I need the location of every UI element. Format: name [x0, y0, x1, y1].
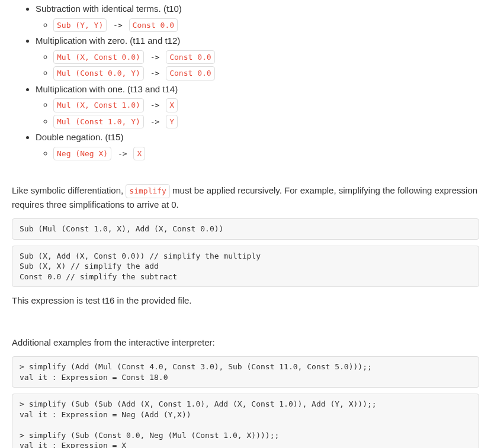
transform-rhs: Y	[166, 115, 178, 129]
transform-lhs: Sub (Y, Y)	[53, 18, 107, 33]
rule-title: Subtraction with identical terms. (t10)	[36, 4, 182, 14]
rule-title: Double negation. (t15)	[36, 132, 123, 142]
transform-item: Mul (X, Const 1.0) -> X	[53, 98, 479, 112]
transform-item: Mul (X, Const 0.0) -> Const 0.0	[53, 50, 479, 65]
rule-item: Double negation. (t15)Neg (Neg X) -> X	[36, 131, 479, 160]
transform-lhs: Neg (Neg X)	[53, 147, 111, 161]
transform-item: Mul (Const 1.0, Y) -> Y	[53, 115, 479, 129]
transform-item: Neg (Neg X) -> X	[53, 147, 479, 161]
rule-item: Multiplication with one. (t13 and t14)Mu…	[36, 83, 479, 129]
paragraph-additional-examples: Additional examples from the interactive…	[12, 336, 479, 350]
transform-rhs: Const 0.0	[166, 66, 214, 80]
rule-transforms: Neg (Neg X) -> X	[36, 147, 479, 161]
arrow: ->	[113, 149, 131, 158]
transform-item: Mul (Const 0.0, Y) -> Const 0.0	[53, 66, 479, 80]
arrow: ->	[146, 101, 164, 109]
transform-lhs: Mul (Const 1.0, Y)	[53, 115, 144, 129]
paragraph-t16: This expression is test t16 in the provi…	[12, 294, 479, 308]
rule-transforms: Mul (X, Const 0.0) -> Const 0.0Mul (Cons…	[36, 50, 479, 80]
arrow: ->	[108, 21, 127, 30]
transform-lhs: Mul (X, Const 0.0)	[53, 50, 144, 65]
arrow: ->	[146, 117, 164, 126]
rules-list: Subtraction with identical terms. (t10)S…	[12, 2, 479, 160]
rule-title: Multiplication with one. (t13 and t14)	[36, 84, 178, 94]
rule-title: Multiplication with zero. (t11 and t12)	[36, 36, 180, 46]
transform-rhs: X	[166, 98, 178, 112]
transform-lhs: Mul (Const 0.0, Y)	[53, 66, 144, 80]
arrow: ->	[146, 69, 164, 78]
arrow: ->	[146, 53, 164, 62]
rule-item: Subtraction with identical terms. (t10)S…	[36, 2, 479, 32]
code-block-example-1: > simplify (Add (Mul (Const 4.0, Const 3…	[12, 356, 479, 388]
code-block-expression: Sub (Mul (Const 1.0, X), Add (X, Const 0…	[12, 218, 479, 240]
transform-rhs: Const 0.0	[166, 50, 214, 65]
rule-item: Multiplication with zero. (t11 and t12)M…	[36, 34, 479, 80]
text-before-code: Like symbolic differentiation,	[12, 185, 126, 195]
transform-item: Sub (Y, Y) -> Const 0.0	[53, 18, 479, 33]
transform-rhs: X	[133, 147, 145, 161]
rule-transforms: Mul (X, Const 1.0) -> XMul (Const 1.0, Y…	[36, 98, 479, 128]
transform-lhs: Mul (X, Const 1.0)	[53, 98, 144, 112]
code-block-example-2: > simplify (Sub (Sub (Add (X, Const 1.0)…	[12, 394, 479, 448]
code-block-steps: Sub (X, Add (X, Const 0.0)) // simplify …	[12, 246, 479, 288]
transform-rhs: Const 0.0	[129, 18, 178, 33]
simplify-code: simplify	[126, 184, 170, 198]
rule-transforms: Sub (Y, Y) -> Const 0.0	[36, 18, 479, 33]
paragraph-simplify-intro: Like symbolic differentiation, simplify …	[12, 184, 479, 211]
